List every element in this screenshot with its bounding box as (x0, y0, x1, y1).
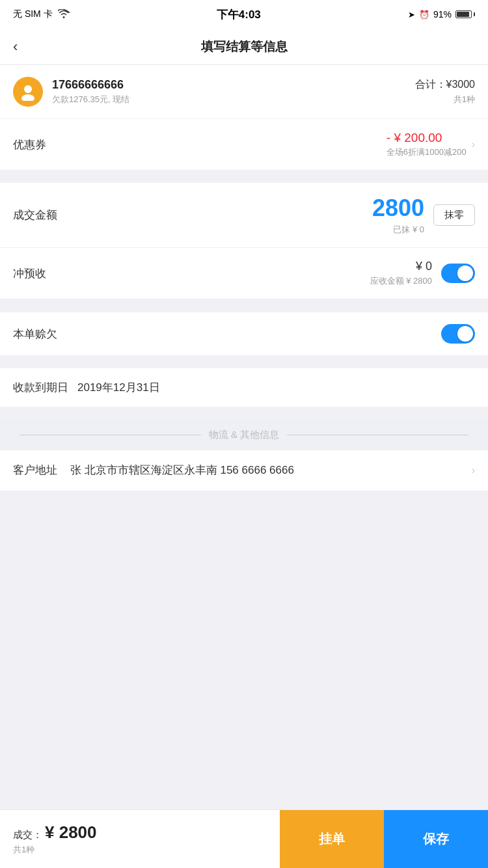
chong-row: 冲预收 ¥ 0 应收金额 ¥ 2800 (0, 248, 488, 299)
due-date-card: 收款到期日 2019年12月31日 (0, 368, 488, 407)
section-gap-1 (0, 176, 488, 183)
no-sim-text: 无 SIM 卡 (13, 8, 53, 20)
bottom-padding (0, 497, 488, 517)
nav-bar: ‹ 填写结算等信息 (0, 29, 488, 65)
logistics-text: 物流 & 其他信息 (209, 429, 279, 441)
deal-amount-row: 成交金额 2800 已抹 ¥ 0 抹零 (0, 183, 488, 248)
back-button[interactable]: ‹ (13, 38, 18, 55)
deal-amount-value: 2800 (372, 195, 424, 222)
address-text: 张 北京市市辖区海淀区永丰南 156 6666 6666 (70, 462, 472, 479)
bottom-deal-label: 成交： (13, 829, 42, 841)
user-info: 17666666666 欠款1276.35元, 现结 (52, 78, 415, 105)
coupon-desc: 全场6折满1000减200 (386, 146, 467, 158)
user-info-card: 17666666666 欠款1276.35元, 现结 合计：¥3000 共1种 … (0, 65, 488, 170)
user-total: 合计：¥3000 共1种 (415, 78, 476, 105)
deal-sub: 已抹 ¥ 0 (372, 224, 424, 236)
toggle-knob (457, 265, 473, 281)
bottom-bar: 成交： ¥ 2800 共1种 挂单 保存 (0, 809, 488, 868)
user-sub-text: 欠款1276.35元, 现结 (52, 94, 415, 105)
coupon-arrow: › (472, 139, 475, 150)
status-left: 无 SIM 卡 (13, 8, 70, 20)
status-time: 下午4:03 (217, 7, 261, 22)
chong-sub: 应收金额 ¥ 2800 (370, 275, 432, 287)
battery-percent: 91% (433, 9, 452, 20)
debt-toggle[interactable] (441, 324, 475, 344)
address-row[interactable]: 客户地址 张 北京市市辖区海淀区永丰南 156 6666 6666 › (0, 450, 488, 491)
user-phone: 17666666666 (52, 78, 415, 92)
due-date-row: 收款到期日 2019年12月31日 (0, 368, 488, 407)
location-icon: ➤ (408, 10, 415, 20)
svg-point-0 (24, 85, 32, 93)
user-row: 17666666666 欠款1276.35元, 现结 合计：¥3000 共1种 (0, 65, 488, 119)
debt-label: 本单赊欠 (13, 327, 57, 342)
chong-right: ¥ 0 应收金额 ¥ 2800 (370, 260, 475, 287)
coupon-discount: - ¥ 200.00 (386, 131, 467, 145)
debt-row: 本单赊欠 (0, 312, 488, 355)
hang-button[interactable]: 挂单 (280, 810, 384, 869)
debt-toggle-knob (457, 326, 473, 342)
chong-toggle[interactable] (441, 264, 475, 283)
wifi-icon (58, 9, 70, 20)
status-bar: 无 SIM 卡 下午4:03 ➤ ⏰ 91% (0, 0, 488, 29)
deal-amount-label: 成交金额 (13, 208, 57, 223)
alarm-icon: ⏰ (419, 10, 429, 20)
coupon-label: 优惠券 (13, 137, 46, 152)
section-gap-4 (0, 413, 488, 420)
round-button[interactable]: 抹零 (433, 204, 475, 226)
total-count: 共1种 (415, 94, 476, 105)
section-gap-2 (0, 306, 488, 312)
address-arrow: › (472, 465, 475, 476)
address-card: 客户地址 张 北京市市辖区海淀区永丰南 156 6666 6666 › (0, 450, 488, 491)
chong-label: 冲预收 (13, 266, 46, 281)
battery-icon (455, 10, 475, 18)
due-date-value: 2019年12月31日 (77, 380, 160, 395)
deal-amount-card: 成交金额 2800 已抹 ¥ 0 抹零 冲预收 ¥ 0 应收金额 ¥ 2800 (0, 183, 488, 299)
debt-card: 本单赊欠 (0, 312, 488, 355)
section-gap-3 (0, 362, 488, 368)
coupon-right: - ¥ 200.00 全场6折满1000减200 › (386, 131, 475, 158)
content: 17666666666 欠款1276.35元, 现结 合计：¥3000 共1种 … (0, 65, 488, 575)
total-amount: 合计：¥3000 (415, 78, 476, 92)
logistics-divider: 物流 & 其他信息 (0, 420, 488, 450)
bottom-amount: ¥ 2800 (45, 822, 97, 843)
bottom-deal-row: 成交： ¥ 2800 (13, 822, 267, 843)
avatar (13, 77, 43, 107)
deal-right: 2800 已抹 ¥ 0 抹零 (372, 195, 475, 236)
due-label: 收款到期日 (13, 380, 68, 395)
page-title: 填写结算等信息 (201, 38, 288, 55)
address-label: 客户地址 (13, 463, 57, 478)
bottom-info: 成交： ¥ 2800 共1种 (0, 822, 280, 856)
svg-point-1 (21, 94, 34, 101)
save-button[interactable]: 保存 (384, 810, 488, 869)
bottom-count: 共1种 (13, 844, 267, 856)
chong-amount: ¥ 0 (370, 260, 432, 273)
coupon-row[interactable]: 优惠券 - ¥ 200.00 全场6折满1000减200 › (0, 119, 488, 170)
coupon-info: - ¥ 200.00 全场6折满1000减200 (386, 131, 467, 158)
chong-amount-block: ¥ 0 应收金额 ¥ 2800 (370, 260, 432, 287)
status-right: ➤ ⏰ 91% (408, 9, 475, 20)
deal-amount-block: 2800 已抹 ¥ 0 (372, 195, 424, 236)
